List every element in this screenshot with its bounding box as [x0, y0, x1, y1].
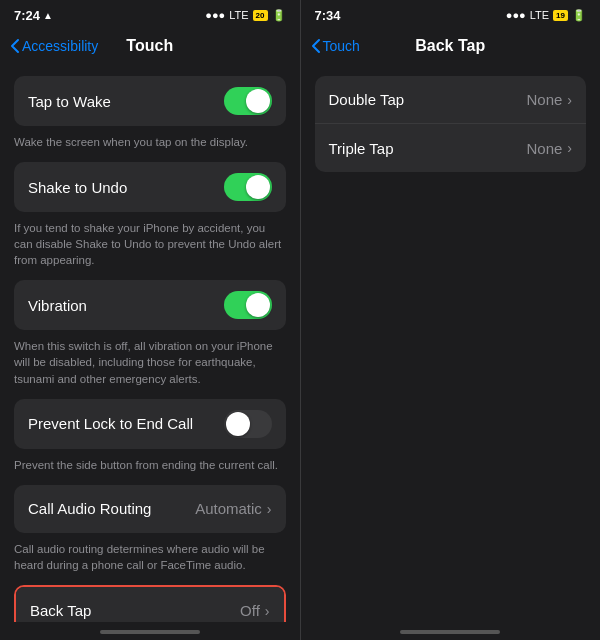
triple-tap-row[interactable]: Triple Tap None ›	[315, 124, 587, 172]
right-home-indicator	[301, 622, 601, 640]
right-battery-icon: 🔋	[572, 9, 586, 22]
right-back-button[interactable]: Touch	[311, 38, 360, 54]
shake-to-undo-group: Shake to Undo	[14, 162, 286, 212]
left-nav-title: Touch	[126, 37, 173, 55]
tap-to-wake-row[interactable]: Tap to Wake	[14, 76, 286, 126]
right-status-bar: 7:34 ●●● LTE 19 🔋	[301, 0, 601, 28]
right-nav-title: Back Tap	[415, 37, 485, 55]
back-tap-row[interactable]: Back Tap Off ›	[16, 587, 284, 622]
triple-tap-value: None	[526, 140, 562, 157]
triple-tap-label: Triple Tap	[329, 140, 394, 157]
right-back-chevron-icon	[311, 38, 321, 54]
right-panel: 7:34 ●●● LTE 19 🔋 Touch Back Tap Double …	[301, 0, 601, 640]
call-audio-desc: Call audio routing determines where audi…	[0, 537, 300, 581]
call-audio-row[interactable]: Call Audio Routing Automatic ›	[14, 485, 286, 533]
prevent-lock-row[interactable]: Prevent Lock to End Call	[14, 399, 286, 449]
right-time: 7:34	[315, 8, 341, 23]
tap-to-wake-group: Tap to Wake	[14, 76, 286, 126]
right-back-label: Touch	[323, 38, 360, 54]
call-audio-chevron-icon: ›	[267, 501, 272, 517]
left-back-button[interactable]: Accessibility	[10, 38, 98, 54]
triple-tap-chevron-icon: ›	[567, 140, 572, 156]
lte-text: LTE	[229, 9, 248, 21]
back-tap-right: Off ›	[240, 602, 269, 619]
right-nav-bar: Touch Back Tap	[301, 28, 601, 66]
right-status-icons: ●●● LTE 19 🔋	[506, 9, 586, 22]
vibration-desc: When this switch is off, all vibration o…	[0, 334, 300, 394]
tap-to-wake-toggle[interactable]	[224, 87, 272, 115]
shake-to-undo-desc: If you tend to shake your iPhone by acci…	[0, 216, 300, 276]
left-status-bar: 7:24 ▲ ●●● LTE 20 🔋	[0, 0, 300, 28]
right-home-bar	[400, 630, 500, 634]
call-audio-value: Automatic	[195, 500, 262, 517]
signal-icon: ●●●	[205, 9, 225, 21]
prevent-lock-group: Prevent Lock to End Call	[14, 399, 286, 449]
battery-icon: 🔋	[272, 9, 286, 22]
back-tap-value: Off	[240, 602, 260, 619]
back-tap-label: Back Tap	[30, 602, 91, 619]
shake-to-undo-toggle[interactable]	[224, 173, 272, 201]
call-audio-right: Automatic ›	[195, 500, 271, 517]
toggle-knob	[226, 412, 250, 436]
double-tap-value: None	[526, 91, 562, 108]
back-tap-chevron-icon: ›	[265, 603, 270, 619]
left-panel: 7:24 ▲ ●●● LTE 20 🔋 Accessibility Touch …	[0, 0, 300, 640]
double-tap-row[interactable]: Double Tap None ›	[315, 76, 587, 124]
back-tap-options-group: Double Tap None › Triple Tap None ›	[315, 76, 587, 172]
back-tap-highlighted-group: Back Tap Off ›	[14, 585, 286, 622]
lte-badge: 20	[253, 10, 268, 21]
left-back-label: Accessibility	[22, 38, 98, 54]
right-lte-text: LTE	[530, 9, 549, 21]
shake-to-undo-row[interactable]: Shake to Undo	[14, 162, 286, 212]
vibration-row[interactable]: Vibration	[14, 280, 286, 330]
prevent-lock-label: Prevent Lock to End Call	[28, 415, 193, 432]
call-audio-group: Call Audio Routing Automatic ›	[14, 485, 286, 533]
triple-tap-right: None ›	[526, 140, 572, 157]
right-settings-list: Double Tap None › Triple Tap None ›	[301, 66, 601, 622]
home-bar	[100, 630, 200, 634]
vibration-toggle[interactable]	[224, 291, 272, 319]
tap-to-wake-label: Tap to Wake	[28, 93, 111, 110]
right-signal-icon: ●●●	[506, 9, 526, 21]
toggle-knob	[246, 293, 270, 317]
toggle-knob	[246, 89, 270, 113]
double-tap-right: None ›	[526, 91, 572, 108]
left-settings-list: Tap to Wake Wake the screen when you tap…	[0, 66, 300, 622]
left-nav-bar: Accessibility Touch	[0, 28, 300, 66]
prevent-lock-toggle[interactable]	[224, 410, 272, 438]
left-time: 7:24 ▲	[14, 8, 53, 23]
vibration-label: Vibration	[28, 297, 87, 314]
double-tap-chevron-icon: ›	[567, 92, 572, 108]
time-text: 7:24	[14, 8, 40, 23]
toggle-knob	[246, 175, 270, 199]
prevent-lock-desc: Prevent the side button from ending the …	[0, 453, 300, 481]
back-chevron-icon	[10, 38, 20, 54]
left-status-icons: ●●● LTE 20 🔋	[205, 9, 285, 22]
double-tap-label: Double Tap	[329, 91, 405, 108]
right-time-text: 7:34	[315, 8, 341, 23]
left-home-indicator	[0, 622, 300, 640]
tap-to-wake-desc: Wake the screen when you tap on the disp…	[0, 130, 300, 158]
call-audio-label: Call Audio Routing	[28, 500, 151, 517]
location-icon: ▲	[43, 10, 53, 21]
vibration-group: Vibration	[14, 280, 286, 330]
right-lte-badge: 19	[553, 10, 568, 21]
shake-to-undo-label: Shake to Undo	[28, 179, 127, 196]
